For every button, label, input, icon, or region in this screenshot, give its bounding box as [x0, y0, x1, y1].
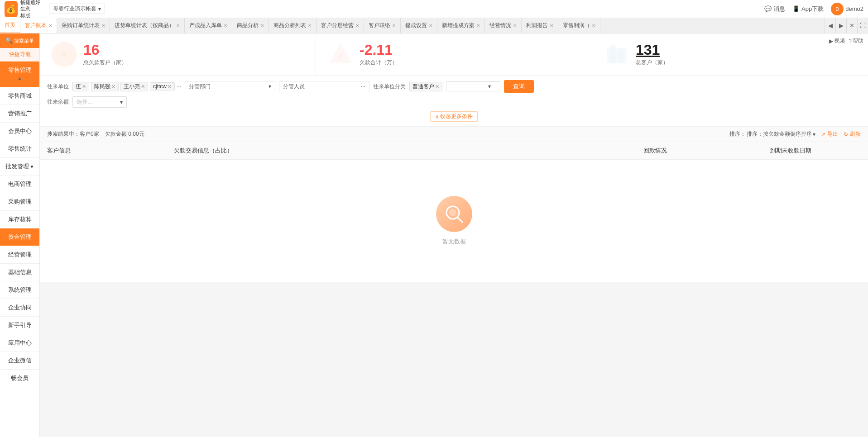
tab-scroll-right[interactable]: ▶ — [835, 18, 846, 33]
close-icon[interactable]: ✕ — [176, 23, 180, 28]
logo: 💰 畅捷通好生意 标版 — [5, 0, 44, 19]
filter-dept-select[interactable]: 分管部门 ▾ — [185, 81, 275, 92]
sidebar-item-finance[interactable]: 资金管理 — [0, 228, 39, 246]
close-icon[interactable]: ✕ — [260, 23, 264, 28]
tab-purchase-order[interactable]: 采购订单统计表 ✕ — [57, 18, 110, 33]
export-button[interactable]: ↗ 导出 — [821, 130, 838, 138]
remove-tag-cjttcw[interactable]: ✕ — [168, 84, 172, 90]
tab-instock-stat[interactable]: 进货单统计表（按商品） ✕ — [110, 18, 185, 33]
stat-icon-debt: ！ — [327, 41, 354, 68]
filter-tag-wang: 王小亮 ✕ — [120, 82, 148, 91]
close-icon[interactable]: ✕ — [476, 23, 480, 28]
tab-promotion-settings[interactable]: 提成设置 ✕ — [401, 18, 437, 33]
filter-tag-chen: 陈民强 ✕ — [91, 82, 119, 91]
sidebar-item-member[interactable]: 会员中心 — [0, 123, 39, 140]
close-icon[interactable]: ✕ — [48, 23, 52, 28]
message-button[interactable]: 💬 消息 — [764, 5, 785, 13]
help-button[interactable]: ? 帮助 — [849, 37, 863, 45]
sidebar-item-operations-mgmt[interactable]: 经营管理 — [0, 246, 39, 264]
sidebar-item-app-center[interactable]: 应用中心 — [0, 334, 39, 352]
close-icon[interactable]: ✕ — [550, 23, 553, 28]
phone-icon: 📱 — [792, 5, 800, 12]
close-icon[interactable]: ✕ — [101, 23, 105, 28]
collapse-button[interactable]: ∧ 收起更多条件 — [430, 111, 478, 122]
video-button[interactable]: ▶ 视频 — [829, 37, 845, 45]
stat-card-debt: ！ -2.11 欠款合计（万） — [316, 33, 592, 75]
tab-close-all[interactable]: ✕ — [846, 18, 857, 33]
tab-profit-report[interactable]: 利润报告 ✕ — [522, 18, 558, 33]
stat-number-customers: 131 — [636, 43, 668, 57]
close-icon[interactable]: ✕ — [355, 23, 359, 28]
sidebar-item-new-guide[interactable]: 新手引导 — [0, 317, 39, 334]
filter-category-dropdown[interactable]: ▾ — [446, 81, 500, 91]
filter-person-select[interactable]: 分管人员 ··· — [279, 81, 369, 92]
tab-operations-label: 经营情况 — [489, 22, 511, 29]
sort-select[interactable]: 排序： 排序：按欠款金额倒序排序 ▾ — [729, 130, 815, 138]
tab-maximize[interactable]: ⛶ — [857, 18, 868, 33]
th-customer-info: 客户信息 — [47, 147, 174, 155]
sidebar-item-marketing[interactable]: 营销推广 — [0, 105, 39, 123]
close-icon[interactable]: ✕ — [224, 23, 227, 28]
user-profile[interactable]: D demo2 — [831, 3, 863, 15]
tab-new-promo[interactable]: 新增提成方案 ✕ — [437, 18, 485, 33]
remove-tag-wu[interactable]: ✕ — [82, 84, 86, 90]
message-icon: 💬 — [764, 5, 772, 12]
sidebar-item-inventory[interactable]: 库存核算 — [0, 211, 39, 228]
tab-product-analysis[interactable]: 商品分析 ✕ — [232, 18, 269, 33]
sidebar-item-purchase[interactable]: 采购管理 — [0, 193, 39, 211]
remove-tag-chen[interactable]: ✕ — [111, 84, 115, 90]
sidebar-item-ecommerce[interactable]: 电商管理 — [0, 176, 39, 193]
remove-tag-wang[interactable]: ✕ — [141, 84, 145, 90]
tab-home[interactable]: 首页 — [0, 18, 20, 33]
close-icon[interactable]: ✕ — [429, 23, 432, 28]
sidebar-search[interactable]: 🔍 搜索菜单 — [0, 33, 39, 48]
filter-more-btn[interactable]: ··· — [177, 83, 181, 90]
sidebar-item-basic-info[interactable]: 基础信息 — [0, 264, 39, 281]
close-icon[interactable]: ✕ — [308, 23, 312, 28]
query-button[interactable]: 查询 — [504, 80, 534, 93]
tab-product-analysis-list[interactable]: 商品分析列表 ✕ — [269, 18, 317, 33]
tab-retail-profit[interactable]: 零售利润（ ✕ — [558, 18, 600, 33]
sidebar-quick-nav[interactable]: 快捷导航 — [0, 48, 39, 62]
sidebar-item-vip[interactable]: 畅会员 — [0, 370, 39, 387]
tab-customer-seg[interactable]: 客户分层经营 ✕ — [317, 18, 364, 33]
sidebar-item-enterprise-coop[interactable]: 企业协同 — [0, 299, 39, 317]
tab-ar-label: 客户账本 — [25, 22, 47, 29]
chevron-down-icon: ▾ — [813, 131, 815, 138]
sidebar-item-wholesale[interactable]: 批发管理 ▼ — [0, 158, 39, 176]
sidebar-item-retail-mall[interactable]: 零售商城 — [0, 87, 39, 105]
sidebar-item-retail-stat[interactable]: 零售统计 — [0, 140, 39, 158]
help-icon: ? — [849, 38, 852, 44]
table-header: 客户信息 欠款交易信息（占比） 回款情况 到期未收款日期 — [40, 142, 868, 160]
filter-tag-cjttcw: cjttcw ✕ — [150, 82, 175, 90]
stat-number-debtors: 16 — [83, 43, 127, 57]
app-download-button[interactable]: 📱 App下载 — [792, 5, 824, 13]
filter-tag-normal-customer: 普通客户 ✕ — [409, 82, 442, 91]
tab-new-promo-label: 新增提成方案 — [442, 22, 475, 29]
tab-cost-in[interactable]: 产成品入库单 ✕ — [185, 18, 232, 33]
tab-ar[interactable]: 客户账本 ✕ — [20, 18, 57, 33]
tab-promotion-settings-label: 提成设置 — [405, 22, 427, 29]
sidebar-item-enterprise-wechat[interactable]: 企业微信 — [0, 352, 39, 370]
refresh-button[interactable]: ↻ 刷新 — [844, 130, 861, 138]
tab-product-analysis-label: 商品分析 — [237, 22, 259, 29]
close-icon[interactable]: ✕ — [513, 23, 517, 28]
tab-customer-contact[interactable]: 客户联络 ✕ — [364, 18, 401, 33]
filter-tag-wu: 伍 ✕ — [72, 82, 89, 91]
tab-operations[interactable]: 经营情况 ✕ — [485, 18, 522, 33]
chevron-down-icon: ▾ — [98, 6, 101, 12]
tab-scroll-left[interactable]: ◀ — [825, 18, 835, 33]
chevron-down-icon: ▾ — [120, 99, 123, 105]
chevron-down-icon: ▾ — [269, 83, 271, 90]
account-selector[interactable]: 母婴行业演示帐套 ▾ — [49, 4, 105, 14]
tab-customer-contact-label: 客户联络 — [369, 22, 390, 29]
sidebar-item-retail[interactable]: 零售管理 ▲ — [0, 62, 39, 87]
close-icon[interactable]: ✕ — [592, 23, 595, 28]
sidebar-item-system[interactable]: 系统管理 — [0, 281, 39, 299]
th-due-date: 到期未收款日期 — [770, 147, 861, 155]
tab-instock-stat-label: 进货单统计表（按商品） — [115, 22, 174, 29]
remove-tag-normal-customer[interactable]: ✕ — [435, 84, 439, 90]
close-icon[interactable]: ✕ — [392, 23, 396, 28]
filter-category-label: 往来单位分类 — [373, 83, 406, 90]
filter-balance-select[interactable]: 选择... ▾ — [72, 96, 127, 108]
